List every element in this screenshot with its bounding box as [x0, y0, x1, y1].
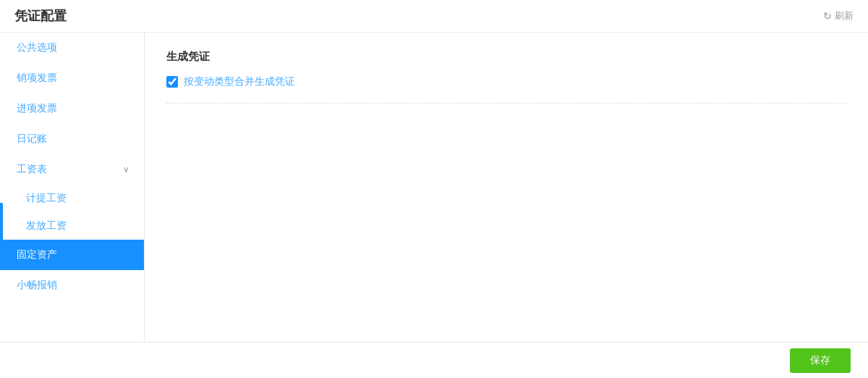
sidebar-label-payroll-pay: 发放工资: [26, 219, 67, 231]
sidebar: 公共选项 销项发票 进项发票 日记账 工资表 ∨ 计提工资 发放工资 固定资产 …: [0, 33, 145, 342]
sidebar-item-public-options[interactable]: 公共选项: [0, 33, 144, 63]
sidebar-item-payroll-calc[interactable]: 计提工资: [0, 185, 144, 212]
sidebar-label-sales-invoice: 销项发票: [17, 72, 57, 85]
section-divider: [166, 103, 846, 104]
refresh-label: 刷新: [835, 9, 854, 22]
content-area: 生成凭证 按变动类型合并生成凭证: [145, 33, 868, 342]
page-header: 凭证配置 ↻ 刷新: [0, 0, 868, 33]
sidebar-item-sales-invoice[interactable]: 销项发票: [0, 63, 144, 93]
sidebar-item-payroll[interactable]: 工资表 ∨: [0, 154, 144, 185]
main-layout: 公共选项 销项发票 进项发票 日记账 工资表 ∨ 计提工资 发放工资 固定资产 …: [0, 33, 868, 342]
sidebar-item-purchase-invoice[interactable]: 进项发票: [0, 93, 144, 124]
sidebar-label-purchase-invoice: 进项发票: [17, 102, 57, 115]
sidebar-item-payroll-pay[interactable]: 发放工资: [0, 212, 144, 240]
save-button[interactable]: 保存: [790, 348, 851, 373]
sidebar-label-payroll: 工资表: [17, 163, 47, 176]
sidebar-label-journal: 日记账: [17, 133, 47, 146]
sidebar-item-journal[interactable]: 日记账: [0, 124, 144, 154]
chevron-down-icon: ∨: [123, 164, 129, 175]
sidebar-item-petty-expense[interactable]: 小畅报销: [0, 270, 144, 301]
checkbox-row: 按变动类型合并生成凭证: [166, 75, 846, 88]
sidebar-label-fixed-assets: 固定资产: [17, 248, 57, 261]
refresh-icon: ↻: [823, 10, 832, 22]
refresh-button[interactable]: ↻ 刷新: [823, 9, 854, 22]
page-title: 凭证配置: [14, 7, 67, 25]
page-footer: 保存: [0, 342, 868, 378]
sidebar-label-public-options: 公共选项: [17, 41, 57, 54]
sidebar-item-fixed-assets[interactable]: 固定资产: [0, 240, 144, 270]
sidebar-label-petty-expense: 小畅报销: [17, 279, 57, 292]
left-edge-indicator: [0, 203, 3, 246]
section-title: 生成凭证: [166, 50, 846, 64]
merge-by-type-checkbox[interactable]: [166, 76, 178, 88]
merge-by-type-label[interactable]: 按变动类型合并生成凭证: [184, 75, 295, 88]
sidebar-label-payroll-calc: 计提工资: [26, 192, 67, 203]
